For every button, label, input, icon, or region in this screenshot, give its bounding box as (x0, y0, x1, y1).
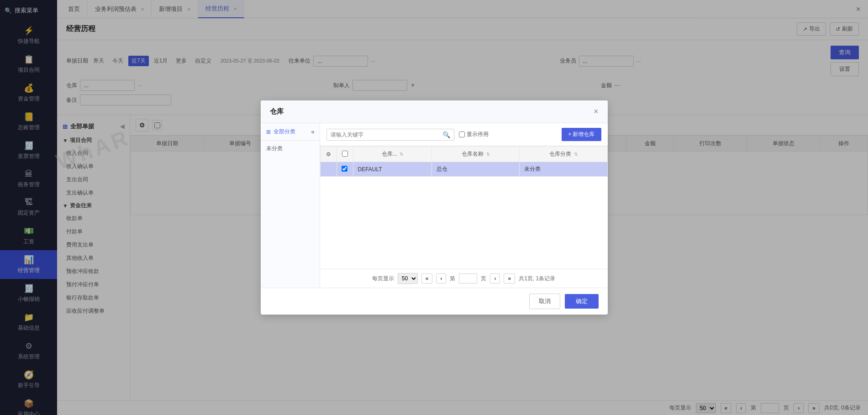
sort-code-icon: ⇅ (400, 152, 403, 157)
row-checkbox[interactable] (342, 166, 347, 172)
grid-icon-dialog: ⊞ (266, 129, 271, 135)
sort-category-icon: ⇅ (574, 152, 578, 157)
dialog-body: ⊞ 全部分类 ◀ 未分类 🔍 显示停用 (261, 123, 608, 288)
dialog-search-icon[interactable]: 🔍 (442, 131, 450, 138)
dialog-total-info: 共1页, 1条记录 (519, 275, 555, 283)
uncategorized-label: 未分类 (266, 145, 283, 152)
col-settings: ⚙ (320, 147, 337, 162)
dialog-pagination: 每页显示 50 « ‹ 第 1 页 › » 共1页, 1条记录 (320, 269, 608, 288)
dialog-footer: 取消 确定 (261, 288, 608, 315)
dialog-per-page-select[interactable]: 50 (398, 273, 418, 284)
dialog-page-unit: 页 (481, 275, 486, 283)
dialog-page-input[interactable]: 1 (459, 273, 477, 284)
dialog-left-panel: ⊞ 全部分类 ◀ 未分类 (261, 123, 320, 288)
dialog-per-page-label: 每页显示 (372, 275, 394, 283)
dialog-overlay: 仓库 × ⊞ 全部分类 ◀ 未分类 (0, 0, 868, 415)
dialog-header: 仓库 × (261, 100, 608, 123)
row-settings (320, 162, 337, 177)
confirm-button[interactable]: 确定 (565, 294, 599, 309)
add-warehouse-button[interactable]: + 新增仓库 (562, 128, 601, 141)
dialog-table: ⚙ 仓库... ⇅ 仓库名称 ⇅ (320, 146, 608, 177)
warehouse-dialog: 仓库 × ⊞ 全部分类 ◀ 未分类 (261, 100, 608, 315)
collapse-left-icon[interactable]: ◀ (310, 129, 314, 134)
table-row[interactable]: DEFAULT 总仓 未分类 (320, 162, 607, 177)
row-name: 总仓 (432, 162, 520, 177)
all-category-label: 全部分类 (274, 128, 295, 136)
dialog-title: 仓库 (270, 107, 284, 116)
col-code: 仓库... ⇅ (353, 147, 432, 162)
dialog-first-btn[interactable]: « (421, 273, 433, 284)
dialog-close-button[interactable]: × (594, 107, 599, 116)
show-disabled-text: 显示停用 (467, 131, 489, 138)
sort-name-icon: ⇅ (486, 152, 490, 157)
col-name: 仓库名称 ⇅ (432, 147, 520, 162)
dialog-search-input[interactable] (331, 131, 440, 138)
uncategorized-item[interactable]: 未分类 (261, 141, 320, 157)
dialog-page-label-pre: 第 (450, 275, 455, 283)
row-category: 未分类 (520, 162, 607, 177)
dialog-last-btn[interactable]: » (504, 273, 515, 284)
dialog-select-all[interactable] (342, 151, 348, 157)
all-category-item[interactable]: ⊞ 全部分类 ◀ (261, 123, 320, 141)
row-code: DEFAULT (353, 162, 432, 177)
dialog-toolbar: 🔍 显示停用 + 新增仓库 (320, 123, 608, 146)
dialog-table-header: ⚙ 仓库... ⇅ 仓库名称 ⇅ (320, 147, 607, 162)
show-disabled-checkbox[interactable] (459, 131, 465, 137)
dialog-prev-btn[interactable]: ‹ (436, 273, 446, 284)
row-checkbox-cell (337, 162, 353, 177)
dialog-table-area: ⚙ 仓库... ⇅ 仓库名称 ⇅ (320, 146, 608, 269)
dialog-search-box: 🔍 (326, 129, 454, 141)
dialog-next-btn[interactable]: › (490, 273, 500, 284)
show-disabled-label[interactable]: 显示停用 (459, 131, 489, 138)
col-category: 仓库分类 ⇅ (520, 147, 607, 162)
cancel-button[interactable]: 取消 (529, 294, 560, 309)
dialog-right-panel: 🔍 显示停用 + 新增仓库 ⚙ (320, 123, 608, 288)
col-checkbox (337, 147, 353, 162)
